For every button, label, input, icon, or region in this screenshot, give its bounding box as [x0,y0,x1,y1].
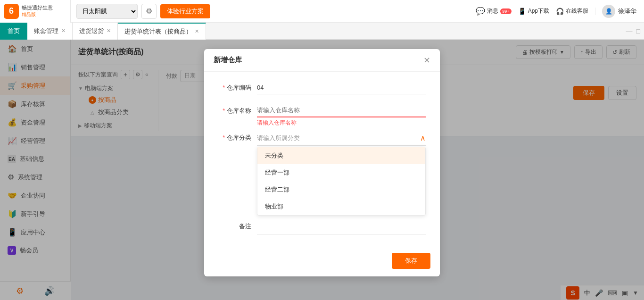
tab-accounts-close[interactable]: ✕ [61,28,66,34]
modal-header: 新增仓库 ✕ [204,49,440,72]
home-tab-label: 首页 [8,27,20,35]
name-error-msg: 请输入仓库名称 [257,119,426,127]
category-select-wrapper[interactable]: 请输入所属分类 ∧ [257,131,426,146]
form-row-category: * 仓库分类 请输入所属分类 ∧ 未分类 经营一部 经营二部 物业部 [218,131,426,216]
top-header: 6 畅捷通好生意 精品版 日太阳膜 ⚙ 体验行业方案 💬 消息 99+ 📱 Ap… [0,0,644,23]
name-input[interactable] [257,104,426,117]
logo-text: 畅捷通好生意 精品版 [22,4,53,18]
tab-purchase-return-close[interactable]: ✕ [107,28,111,34]
search-select[interactable]: 日太阳膜 [76,4,138,19]
avatar: 👤 [602,5,615,18]
tab-purchase-return[interactable]: 进货退货 ✕ [73,23,118,40]
online-service-label: 在线客服 [566,7,588,15]
tab-bar: 首页 账套管理 ✕ 进货退货 ✕ 进货单统计表（按商品） ✕ — □ [0,23,644,40]
maximize-icon[interactable]: □ [636,27,640,35]
app-download-label: App下载 [528,7,549,15]
experience-btn[interactable]: 体验行业方案 [160,4,210,18]
logo-area: 6 畅捷通好生意 精品版 [0,0,71,23]
modal-footer: 保存 [204,248,440,276]
phone-icon: 📱 [518,8,526,15]
form-row-code: * 仓库编码 [218,81,426,94]
tab-bar-right-actions: — □ [622,27,644,35]
note-label: 备注 [218,219,251,231]
tab-accounts-label: 账套管理 [34,27,58,35]
tab-purchase-stats[interactable]: 进货单统计表（按商品） ✕ [118,23,206,40]
chevron-up-icon: ∧ [420,133,426,142]
save-button[interactable]: 保存 [392,253,430,269]
notification-badge: 99+ [500,8,511,14]
form-row-name: * 仓库名称 请输入仓库名称 [218,104,426,127]
category-dropdown: 未分类 经营一部 经营二部 物业部 [257,147,426,216]
modal-body: * 仓库编码 * 仓库名称 请输入仓库名称 [204,72,440,248]
tab-accounts[interactable]: 账套管理 ✕ [27,23,73,40]
dropdown-item-dept1[interactable]: 经营一部 [257,164,425,181]
notification-icon: 💬 [476,7,485,16]
username-label: 徐泽华 [618,7,636,16]
app-download-area[interactable]: 📱 App下载 [518,7,549,15]
tab-purchase-stats-label: 进货单统计表（按商品） [124,27,192,36]
form-row-note: 备注 [218,219,426,236]
code-input[interactable] [257,81,426,94]
tab-home[interactable]: 首页 [0,23,27,40]
notification-label: 消息 [487,7,498,15]
modal-overlay: 新增仓库 ✕ * 仓库编码 * 仓库名称 [0,40,644,300]
modal-title: 新增仓库 [214,56,242,65]
name-label: * 仓库名称 [218,104,251,115]
gear-button[interactable]: ⚙ [141,4,157,19]
modal: 新增仓库 ✕ * 仓库编码 * 仓库名称 [204,49,440,276]
note-textarea[interactable] [257,219,426,234]
minimize-icon[interactable]: — [626,27,633,35]
user-area[interactable]: 👤 徐泽华 [602,5,636,18]
notification-area[interactable]: 💬 消息 99+ [476,7,511,16]
dropdown-item-property[interactable]: 物业部 [257,198,425,215]
modal-close-btn[interactable]: ✕ [423,56,430,65]
tab-purchase-return-label: 进货退货 [79,27,104,35]
tab-purchase-stats-close[interactable]: ✕ [195,28,199,34]
code-label: * 仓库编码 [218,83,251,92]
headset-icon: 🎧 [556,8,564,15]
dropdown-item-unclassified[interactable]: 未分类 [257,147,425,164]
logo-icon: 6 [4,4,19,19]
category-label: * 仓库分类 [218,131,251,142]
online-service-area[interactable]: 🎧 在线客服 [556,7,588,15]
dropdown-item-dept2[interactable]: 经营二部 [257,181,425,198]
